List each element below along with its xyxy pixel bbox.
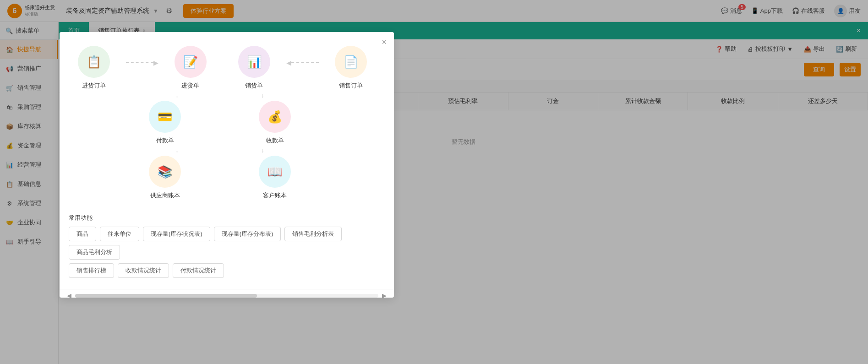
- common-buttons-row2: 销售排行榜 收款情况统计 付款情况统计: [69, 263, 385, 278]
- customer-ledger-label: 客户账本: [263, 191, 287, 200]
- app-container: 6 畅康通好生意 标准版 装备及固定资产辅助管理系统 ▼ ⚙ 体验行业方案 💬 …: [0, 0, 868, 364]
- payment-slip-node[interactable]: 💳 付款单: [133, 101, 197, 145]
- arrow-purchase-to-slip: ▶: [126, 59, 158, 76]
- btn-product[interactable]: 商品: [69, 227, 96, 241]
- arrow-down-to-payment: ↓: [175, 92, 179, 99]
- scroll-thumb: [75, 294, 257, 298]
- flow-diagram: 📋 进货订单 ▶ 📝 进货单: [60, 32, 394, 209]
- flow-modal: × 📋 进货订单 ▶: [60, 32, 394, 298]
- arrow-down-to-supplier: ↓: [175, 147, 179, 154]
- btn-stock-dist[interactable]: 现存量(库存分布表): [214, 227, 281, 241]
- supplier-ledger-node[interactable]: 📚 供应商账本: [133, 156, 197, 200]
- btn-receipt-stats[interactable]: 收款情况统计: [118, 263, 169, 278]
- receipt-slip-icon: 💰: [259, 101, 291, 133]
- purchase-order-label: 进货订单: [82, 81, 106, 90]
- btn-sales-gross[interactable]: 销售毛利分析表: [284, 227, 342, 241]
- btn-partner[interactable]: 往来单位: [100, 227, 139, 241]
- receipt-slip-label: 收款单: [266, 136, 284, 145]
- sales-slip-icon: 📊: [238, 46, 270, 78]
- purchase-order-node[interactable]: 📋 进货订单: [62, 46, 126, 90]
- purchase-slip-label: 进货单: [181, 81, 199, 90]
- modal-close-button[interactable]: ×: [382, 38, 387, 47]
- sales-slip-label: 销货单: [245, 81, 263, 90]
- sales-order-icon: 📄: [335, 46, 367, 78]
- purchase-order-icon: 📋: [78, 46, 110, 78]
- sales-slip-node[interactable]: 📊 销货单: [222, 46, 286, 90]
- btn-stock-status[interactable]: 现存量(库存状况表): [143, 227, 210, 241]
- payment-slip-label: 付款单: [156, 136, 174, 145]
- supplier-ledger-icon: 📚: [149, 156, 181, 188]
- arrow-down-to-customer: ↓: [261, 147, 264, 154]
- btn-sales-ranking[interactable]: 销售排行榜: [69, 263, 114, 278]
- scroll-track[interactable]: [75, 294, 378, 298]
- purchase-slip-icon: 📝: [175, 46, 207, 78]
- customer-ledger-icon: 📖: [259, 156, 291, 188]
- sales-order-node[interactable]: 📄 销售订单: [319, 46, 383, 90]
- modal-overlay[interactable]: × 📋 进货订单 ▶: [0, 0, 868, 364]
- receipt-slip-node[interactable]: 💰 收款单: [243, 101, 307, 145]
- arrow-down-to-receipt: ↓: [261, 92, 264, 99]
- sales-order-label: 销售订单: [339, 81, 363, 90]
- btn-product-gross[interactable]: 商品毛利分析: [69, 245, 120, 260]
- scroll-right-icon[interactable]: ▶: [382, 292, 387, 298]
- scroll-left-icon[interactable]: ◀: [67, 292, 71, 298]
- purchase-slip-node[interactable]: 📝 进货单: [158, 46, 223, 90]
- btn-payment-stats[interactable]: 付款情况统计: [173, 263, 224, 278]
- common-buttons-row1: 商品 往来单位 现存量(库存状况表) 现存量(库存分布表) 销售毛利分析表 商品…: [69, 227, 385, 260]
- supplier-ledger-label: 供应商账本: [150, 191, 180, 200]
- common-functions-section: 常用功能 商品 往来单位 现存量(库存状况表) 现存量(库存分布表) 销售毛利分…: [60, 209, 394, 289]
- payment-slip-icon: 💳: [149, 101, 181, 133]
- common-functions-title: 常用功能: [69, 214, 385, 222]
- arrow-sales-order-to-slip: ▶: [286, 59, 319, 76]
- customer-ledger-node[interactable]: 📖 客户账本: [243, 156, 307, 200]
- scroll-bar-area: ◀ ▶: [60, 289, 394, 298]
